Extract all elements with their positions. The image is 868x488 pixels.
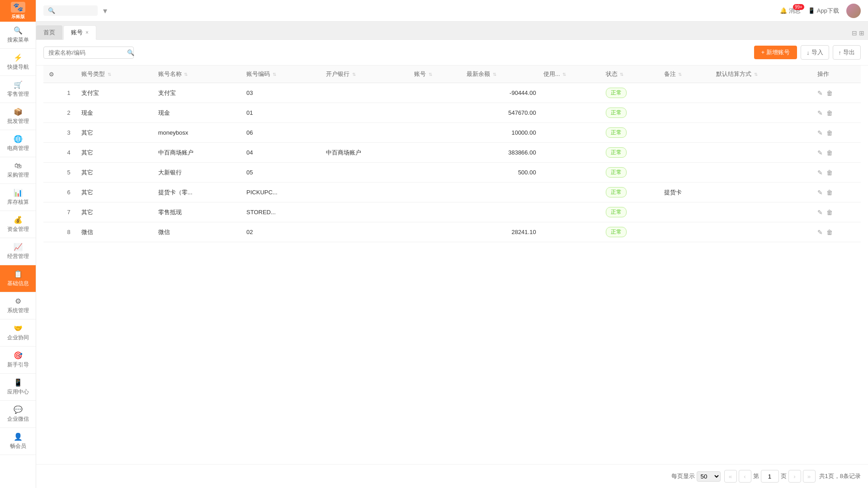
delete-icon[interactable]: 🗑 <box>826 209 833 216</box>
col-num <box>60 66 78 83</box>
col-settings[interactable]: ⚙ <box>43 66 60 83</box>
page-input[interactable] <box>761 470 779 483</box>
edit-icon[interactable]: ✎ <box>817 109 823 117</box>
sidebar-item-label: 企业协同 <box>7 334 29 342</box>
sidebar-item-wholesale[interactable]: 📦 批发管理 <box>0 103 36 130</box>
sidebar-item-purchase[interactable]: 🛍 采购管理 <box>0 157 36 184</box>
status-badge: 正常 <box>606 187 627 197</box>
sidebar-item-system[interactable]: ⚙ 系统管理 <box>0 292 36 319</box>
col-account: 账号 ⇅ <box>410 66 463 83</box>
tab-home[interactable]: 首页 <box>36 25 62 40</box>
minimize-icon[interactable]: ⊟ <box>852 29 857 37</box>
messages-badge: 99+ <box>793 4 804 10</box>
sidebar-item-basic-info[interactable]: 📋 基础信息 <box>0 265 36 292</box>
table-row: 1 支付宝 支付宝 03 -90444.00 正常 ✎ 🗑 <box>43 83 861 103</box>
sort-settle-icon[interactable]: ⇅ <box>754 72 758 77</box>
sort-status-icon[interactable]: ⇅ <box>620 72 623 77</box>
page-content: 🔍 + 新增账号 ↓ 导入 ↑ 导出 <box>36 40 868 488</box>
delete-icon[interactable]: 🗑 <box>826 229 833 236</box>
row-actions: ✎ 🗑 <box>814 163 861 183</box>
edit-icon[interactable]: ✎ <box>817 89 823 97</box>
export-button[interactable]: ↑ 导出 <box>833 45 861 60</box>
maximize-icon[interactable]: ⊞ <box>859 29 864 37</box>
sidebar-item-inventory[interactable]: 📊 库存核算 <box>0 184 36 211</box>
top-search-box[interactable]: 🔍 <box>43 5 98 16</box>
edit-icon[interactable]: ✎ <box>817 129 823 136</box>
row-actions: ✎ 🗑 <box>814 183 861 202</box>
sort-balance-icon[interactable]: ⇅ <box>493 72 496 77</box>
row-type: 其它 <box>78 123 155 143</box>
retail-icon: 🛒 <box>14 80 23 89</box>
row-account <box>410 143 463 163</box>
user-avatar[interactable] <box>846 4 861 18</box>
sidebar-item-app-center[interactable]: 📱 应用中心 <box>0 374 36 401</box>
sidebar-item-retail[interactable]: 🛒 零售管理 <box>0 76 36 103</box>
row-account <box>410 183 463 202</box>
tab-account-label: 账号 <box>71 28 83 37</box>
sort-type-icon[interactable]: ⇅ <box>108 72 111 77</box>
delete-icon[interactable]: 🗑 <box>826 189 833 196</box>
per-page-dropdown[interactable]: 50 100 200 <box>697 471 721 482</box>
tab-account[interactable]: 账号 × <box>63 25 96 40</box>
add-account-button[interactable]: + 新增账号 <box>754 46 797 59</box>
page-first-button[interactable]: « <box>724 470 737 483</box>
search-submit-icon[interactable]: 🔍 <box>127 49 134 56</box>
purchase-icon: 🛍 <box>14 162 22 170</box>
sort-account-icon[interactable]: ⇅ <box>429 72 432 77</box>
sidebar-item-enterprise[interactable]: 🤝 企业协同 <box>0 319 36 347</box>
sidebar-item-label: 快捷导航 <box>7 63 29 71</box>
sort-usage-icon[interactable]: ⇅ <box>562 72 566 77</box>
col-action: 操作 <box>814 66 861 83</box>
sidebar-item-operation[interactable]: 📈 经营管理 <box>0 238 36 265</box>
table-body: 1 支付宝 支付宝 03 -90444.00 正常 ✎ 🗑 2 现金 现 <box>43 83 861 242</box>
app-center-icon: 📱 <box>14 378 23 387</box>
sort-name-icon[interactable]: ⇅ <box>184 72 188 77</box>
app-download-button[interactable]: 📱 App下载 <box>808 7 839 15</box>
page-last-button[interactable]: » <box>803 470 816 483</box>
search-box[interactable]: 🔍 <box>43 47 134 59</box>
row-default-settle <box>712 143 814 163</box>
tab-close-icon[interactable]: × <box>85 29 89 36</box>
edit-icon[interactable]: ✎ <box>817 169 823 176</box>
delete-icon[interactable]: 🗑 <box>826 109 833 117</box>
row-default-settle <box>712 103 814 123</box>
app-sub-name: 乐账版 <box>11 14 25 20</box>
edit-icon[interactable]: ✎ <box>817 149 823 156</box>
dropdown-icon[interactable]: ▾ <box>103 6 107 16</box>
sidebar-item-member[interactable]: 👤 畅会员 <box>0 428 36 455</box>
row-actions: ✎ 🗑 <box>814 202 861 222</box>
finance-icon: 💰 <box>14 216 23 224</box>
row-actions: ✎ 🗑 <box>814 143 861 163</box>
messages-button[interactable]: 🔔 消息 99+ <box>780 7 801 15</box>
import-button[interactable]: ↓ 导入 <box>801 45 829 60</box>
delete-icon[interactable]: 🗑 <box>826 89 833 97</box>
delete-icon[interactable]: 🗑 <box>826 169 833 176</box>
edit-icon[interactable]: ✎ <box>817 189 823 196</box>
col-bank: 开户银行 ⇅ <box>322 66 410 83</box>
sort-bank-icon[interactable]: ⇅ <box>352 72 356 77</box>
edit-icon[interactable]: ✎ <box>817 209 823 216</box>
page-prev-button[interactable]: ‹ <box>739 470 751 483</box>
sidebar-item-guide[interactable]: 🎯 新手引导 <box>0 347 36 374</box>
row-balance: 28241.10 <box>463 222 540 242</box>
sidebar-item-finance[interactable]: 💰 资金管理 <box>0 211 36 238</box>
delete-icon[interactable]: 🗑 <box>826 129 833 136</box>
top-search-input[interactable] <box>58 8 94 14</box>
sidebar-item-quick-nav[interactable]: ⚡ 快捷导航 <box>0 49 36 76</box>
edit-icon[interactable]: ✎ <box>817 229 823 236</box>
search-input[interactable] <box>48 49 124 56</box>
row-code: 05 <box>243 163 322 183</box>
sidebar-item-wechat[interactable]: 💬 企业微信 <box>0 401 36 428</box>
row-bank <box>322 183 410 202</box>
sidebar-item-label: 库存核算 <box>7 198 29 206</box>
action-icons: ✎ 🗑 <box>817 229 857 236</box>
row-bank <box>322 103 410 123</box>
sidebar-item-ecommerce[interactable]: 🌐 电商管理 <box>0 130 36 157</box>
row-bank <box>322 202 410 222</box>
delete-icon[interactable]: 🗑 <box>826 149 833 156</box>
page-next-button[interactable]: › <box>788 470 801 483</box>
row-name: 微信 <box>155 222 243 242</box>
sort-code-icon[interactable]: ⇅ <box>273 72 276 77</box>
sort-remark-icon[interactable]: ⇅ <box>678 72 682 77</box>
sidebar-item-search-menu[interactable]: 🔍 搜索菜单 <box>0 22 36 49</box>
